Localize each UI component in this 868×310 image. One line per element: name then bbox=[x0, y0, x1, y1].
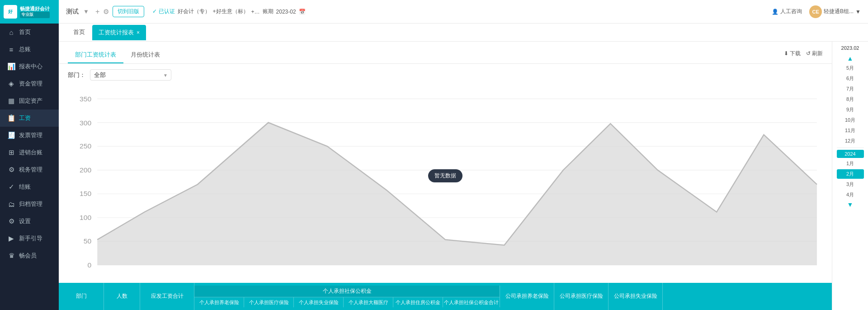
sidebar-item-home[interactable]: ⌂ 首页 bbox=[0, 24, 59, 41]
month-btn-10[interactable]: 10月 bbox=[837, 115, 864, 125]
topbar-actions: + ⚙ 切到旧版 bbox=[95, 6, 144, 17]
refresh-label: 刷新 bbox=[812, 50, 823, 57]
table-header: 部门 人数 应发工资合计 个人承担社保公积金 个人承担养老保险 个人承担医疗保险… bbox=[59, 283, 832, 310]
sidebar-item-ledger[interactable]: ≡ 总账 bbox=[0, 41, 59, 58]
month-btn-1[interactable]: 1月 bbox=[837, 159, 864, 168]
sidebar-item-label: 工资 bbox=[19, 114, 31, 122]
sidebar-item-newguide[interactable]: ▶ 新手引导 bbox=[0, 230, 59, 247]
svg-text:300: 300 bbox=[80, 119, 91, 126]
switch-old-button[interactable]: 切到旧版 bbox=[113, 6, 144, 17]
sidebar-item-label: 首页 bbox=[19, 28, 31, 36]
tab-home[interactable]: 首页 bbox=[66, 24, 92, 41]
user-avatar: CE bbox=[809, 5, 822, 18]
th-company-unemploy: 公司承担失业保险 bbox=[609, 283, 663, 310]
subtab-month[interactable]: 月份统计表 bbox=[123, 47, 167, 63]
year-2024-label[interactable]: 2024 bbox=[837, 150, 864, 158]
period-value: 2023-02 bbox=[276, 9, 296, 15]
month-btn-5[interactable]: 5月 bbox=[837, 63, 864, 73]
sidebar-item-sales[interactable]: ⊞ 进销台账 bbox=[0, 144, 59, 161]
svg-text:100: 100 bbox=[80, 214, 91, 221]
th-company-pension: 公司承担养老保险 bbox=[500, 283, 554, 310]
subtabs-actions: ⬇ 下载 ↺ 刷新 bbox=[784, 50, 823, 61]
svg-text:350: 350 bbox=[80, 95, 91, 103]
refresh-button[interactable]: ↺ 刷新 bbox=[806, 50, 823, 57]
year-display: 2023.02 bbox=[837, 44, 864, 52]
month-btn-11[interactable]: 11月 bbox=[837, 126, 864, 135]
assets-icon: ▦ bbox=[7, 97, 15, 105]
download-icon: ⬇ bbox=[784, 50, 788, 57]
month-btn-9[interactable]: 9月 bbox=[837, 105, 864, 114]
sidebar-item-close[interactable]: ✓ 结账 bbox=[0, 178, 59, 196]
sidebar-item-label: 固定资产 bbox=[19, 97, 42, 105]
sidebar-item-label: 结账 bbox=[19, 183, 31, 191]
refresh-icon: ↺ bbox=[806, 50, 811, 57]
ai-consult-button[interactable]: 👤 人工咨询 bbox=[772, 8, 802, 15]
logo-subtitle: 专业版 bbox=[20, 12, 50, 18]
settings-icon[interactable]: ⚙ bbox=[103, 8, 109, 16]
chart-tooltip: 暂无数据 bbox=[428, 169, 462, 182]
svg-text:50: 50 bbox=[84, 238, 91, 245]
calendar-icon[interactable]: 📅 bbox=[299, 9, 306, 15]
right-panel: 2023.02 ▲ 5月 6月 7月 8月 9月 10月 11月 12月 202… bbox=[832, 42, 868, 310]
sidebar-item-invoice[interactable]: 🧾 发票管理 bbox=[0, 127, 59, 144]
th-personal-insurance-group: 个人承担社保公积金 个人承担养老保险 个人承担医疗保险 个人承担失业保险 个人承… bbox=[194, 286, 500, 307]
download-button[interactable]: ⬇ 下载 bbox=[784, 50, 801, 57]
th-personal-total: 个人承担社保公积金合计 bbox=[443, 297, 500, 307]
dept-filter-select[interactable]: 全部 财务部 销售部 技术部 行政部 bbox=[90, 69, 171, 81]
month-btn-7[interactable]: 7月 bbox=[837, 84, 864, 94]
main-area: 测试 ▼ + ⚙ 切到旧版 ✓ 已认证 好会计（专） +好生意（标） +… 账期… bbox=[59, 0, 868, 310]
subtab-dept[interactable]: 部门工资统计表 bbox=[68, 47, 123, 63]
sidebar-item-reports[interactable]: 📊 报表中心 bbox=[0, 58, 59, 75]
user-menu[interactable]: CE 轻捷通B组... ▼ bbox=[809, 5, 861, 18]
month-btn-12[interactable]: 12月 bbox=[837, 136, 864, 146]
th-headcount: 人数 bbox=[104, 283, 140, 310]
sidebar-item-salary[interactable]: 📋 工资 bbox=[0, 110, 59, 127]
topbar: 测试 ▼ + ⚙ 切到旧版 ✓ 已认证 好会计（专） +好生意（标） +… 账期… bbox=[59, 0, 868, 24]
th-total-salary: 应发工资合计 bbox=[140, 283, 194, 310]
sidebar-item-member[interactable]: ♛ 畅会员 bbox=[0, 247, 59, 264]
sidebar-item-label: 报表中心 bbox=[19, 62, 42, 71]
sidebar-item-archive[interactable]: 🗂 归档管理 bbox=[0, 196, 59, 213]
topbar-right: 👤 人工咨询 CE 轻捷通B组... ▼ bbox=[772, 5, 861, 18]
download-label: 下载 bbox=[790, 50, 801, 57]
sidebar-item-label: 畅会员 bbox=[19, 252, 37, 260]
add-icon[interactable]: + bbox=[95, 8, 99, 16]
month-btn-4[interactable]: 4月 bbox=[837, 190, 864, 200]
year-down-button[interactable]: ▼ bbox=[847, 200, 854, 209]
member-icon: ♛ bbox=[7, 252, 15, 260]
month-btn-6[interactable]: 6月 bbox=[837, 74, 864, 83]
tab-salary-report[interactable]: 工资统计报表 × bbox=[92, 25, 146, 40]
svg-text:200: 200 bbox=[80, 166, 91, 173]
logo-text: 畅捷通好会计 专业版 bbox=[20, 5, 50, 18]
sidebar-item-label: 税务管理 bbox=[19, 166, 42, 174]
month-btn-8[interactable]: 8月 bbox=[837, 95, 864, 104]
tax-icon: ⚙ bbox=[7, 166, 15, 174]
ai-icon: 👤 bbox=[772, 9, 778, 15]
user-dropdown-arrow: ▼ bbox=[855, 9, 861, 15]
topbar-dropdown-arrow[interactable]: ▼ bbox=[83, 8, 89, 15]
month-btn-3[interactable]: 3月 bbox=[837, 180, 864, 189]
tab-close-button[interactable]: × bbox=[137, 29, 140, 36]
chart-container: 350 300 250 200 150 100 50 0 bbox=[68, 91, 823, 278]
svg-text:0: 0 bbox=[87, 261, 91, 268]
th-personal-unemploy: 个人承担失业保险 bbox=[294, 297, 344, 307]
funds-icon: ◈ bbox=[7, 80, 15, 88]
th-personal-pension: 个人承担养老保险 bbox=[194, 297, 244, 307]
sidebar-item-funds[interactable]: ◈ 资金管理 bbox=[0, 75, 59, 92]
invoice-icon: 🧾 bbox=[7, 131, 15, 139]
sidebar-item-settings[interactable]: ⚙ 设置 bbox=[0, 213, 59, 230]
product-tag-more: +… bbox=[251, 9, 260, 15]
logo-icon: 好 bbox=[4, 5, 17, 19]
tab-label: 工资统计报表 bbox=[99, 29, 134, 37]
year-up-button[interactable]: ▲ bbox=[847, 54, 854, 63]
svg-text:150: 150 bbox=[80, 190, 91, 197]
sidebar-item-assets[interactable]: ▦ 固定资产 bbox=[0, 92, 59, 110]
newguide-icon: ▶ bbox=[7, 234, 15, 243]
month-btn-2-active[interactable]: 2月 bbox=[837, 169, 864, 179]
product-tag-2: +好生意（标） bbox=[213, 8, 249, 15]
sidebar-item-tax[interactable]: ⚙ 税务管理 bbox=[0, 161, 59, 178]
sidebar-item-label: 进销台账 bbox=[19, 148, 42, 157]
sidebar-item-label: 设置 bbox=[19, 217, 31, 225]
sidebar-logo: 好 畅捷通好会计 专业版 bbox=[0, 0, 59, 24]
tabbar: 首页 工资统计报表 × bbox=[59, 24, 868, 42]
